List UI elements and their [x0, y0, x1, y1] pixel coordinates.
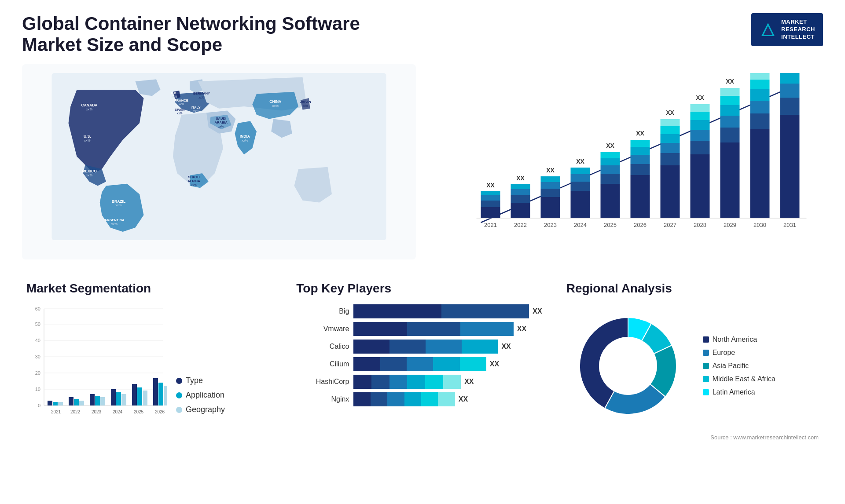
bar-segment	[421, 392, 438, 406]
player-bar-container: XX	[353, 322, 548, 336]
bar-segment	[426, 340, 462, 354]
svg-rect-60	[601, 158, 620, 165]
bottom-section: Market Segmentation 0 10 20 30	[22, 277, 823, 445]
map-container: CANADA xx% U.S. xx% MEXICO xx% BRAZIL xx…	[31, 73, 407, 240]
regional-color-swatch	[703, 389, 709, 395]
bar-segment	[353, 322, 407, 336]
svg-text:XX: XX	[696, 94, 704, 101]
player-bar-container: XX	[353, 340, 548, 354]
svg-text:BRAZIL: BRAZIL	[112, 199, 125, 204]
legend-type: Type	[176, 376, 225, 385]
svg-text:xx%: xx%	[218, 125, 224, 128]
svg-rect-142	[111, 389, 116, 405]
svg-text:2023: 2023	[92, 409, 102, 414]
regional-title: Regional Analysis	[566, 281, 819, 296]
bar-segment	[438, 392, 455, 406]
page-container: Global Container Networking Software Mar…	[0, 0, 845, 504]
bar-segment	[380, 357, 407, 371]
growth-chart-svg: XX XX XX XX	[438, 73, 814, 249]
svg-text:ITALY: ITALY	[191, 106, 201, 110]
header: Global Container Networking Software Mar…	[22, 13, 823, 55]
donut-container: North AmericaEuropeAsia PacificMiddle Ea…	[566, 304, 819, 427]
player-name: Nginx	[296, 395, 349, 403]
regional-legend-label: North America	[713, 336, 757, 343]
svg-rect-69	[661, 165, 680, 218]
svg-rect-65	[631, 155, 650, 164]
svg-text:2021: 2021	[51, 409, 61, 414]
bar-segment	[371, 375, 389, 389]
player-row: NginxXX	[296, 392, 548, 406]
svg-rect-87	[720, 96, 740, 105]
svg-text:INDIA: INDIA	[240, 134, 250, 139]
svg-text:10: 10	[35, 387, 40, 392]
bar-segment	[443, 375, 461, 389]
svg-text:2025: 2025	[604, 222, 617, 228]
svg-rect-136	[79, 401, 84, 405]
bar-segment	[387, 392, 404, 406]
svg-text:60: 60	[35, 306, 40, 311]
players-list: BigXXVmwareXXCalicoXXCiliumXXHashiCorpXX…	[296, 304, 548, 406]
svg-text:2025: 2025	[134, 409, 144, 414]
svg-rect-134	[69, 397, 73, 405]
map-section: CANADA xx% U.S. xx% MEXICO xx% BRAZIL xx…	[22, 64, 416, 259]
svg-rect-39	[481, 195, 500, 201]
player-bar	[353, 304, 529, 318]
bar-segment	[460, 357, 486, 371]
regional-legend: North AmericaEuropeAsia PacificMiddle Ea…	[703, 336, 775, 396]
svg-rect-63	[631, 175, 650, 218]
svg-rect-47	[541, 197, 560, 218]
player-row: CiliumXX	[296, 357, 548, 371]
svg-rect-55	[571, 168, 590, 174]
bar-segment	[353, 357, 380, 371]
svg-rect-66	[631, 147, 650, 155]
bar-segment	[389, 340, 426, 354]
svg-rect-84	[720, 128, 740, 142]
page-title: Global Container Networking Software Mar…	[22, 13, 418, 55]
svg-rect-143	[116, 392, 121, 405]
logo-icon	[759, 21, 777, 38]
svg-rect-79	[691, 120, 710, 130]
svg-rect-48	[541, 189, 560, 197]
svg-text:XX: XX	[636, 130, 644, 137]
svg-rect-100	[780, 73, 800, 84]
svg-rect-38	[481, 201, 500, 207]
bar-segment	[353, 340, 389, 354]
svg-text:2026: 2026	[634, 222, 647, 228]
svg-rect-152	[164, 386, 167, 405]
logo-box: MARKET RESEARCH INTELLECT	[751, 13, 823, 46]
svg-text:XX: XX	[576, 158, 584, 165]
svg-rect-80	[691, 112, 710, 120]
svg-rect-85	[720, 116, 740, 128]
regional-legend-item: Latin America	[703, 388, 775, 396]
svg-text:30: 30	[35, 354, 40, 359]
bar-segment	[433, 357, 459, 371]
geography-label: Geography	[186, 405, 225, 414]
bar-segment	[425, 375, 443, 389]
svg-text:2027: 2027	[664, 222, 676, 228]
svg-text:XX: XX	[546, 167, 555, 174]
svg-point-154	[600, 338, 656, 394]
bar-segment	[404, 392, 421, 406]
svg-text:U.S.: U.S.	[84, 134, 91, 139]
svg-text:2029: 2029	[724, 222, 736, 228]
player-row: VmwareXX	[296, 322, 548, 336]
regional-legend-item: Europe	[703, 349, 775, 357]
player-bar	[353, 392, 455, 406]
svg-rect-151	[158, 383, 163, 405]
svg-rect-53	[571, 182, 590, 191]
svg-text:XX: XX	[666, 109, 674, 116]
svg-rect-148	[143, 391, 147, 405]
player-name: HashiCorp	[296, 378, 349, 386]
svg-text:GERMANY: GERMANY	[193, 91, 210, 95]
svg-rect-138	[90, 394, 95, 405]
svg-rect-92	[750, 101, 770, 113]
svg-rect-95	[750, 73, 770, 80]
player-value: XX	[459, 395, 468, 403]
player-row: HashiCorpXX	[296, 375, 548, 389]
svg-text:AFRICA: AFRICA	[187, 179, 200, 183]
svg-rect-74	[661, 119, 680, 126]
svg-text:2022: 2022	[70, 409, 81, 414]
svg-text:XX: XX	[516, 175, 525, 182]
svg-rect-70	[661, 153, 680, 165]
svg-rect-130	[48, 401, 52, 405]
